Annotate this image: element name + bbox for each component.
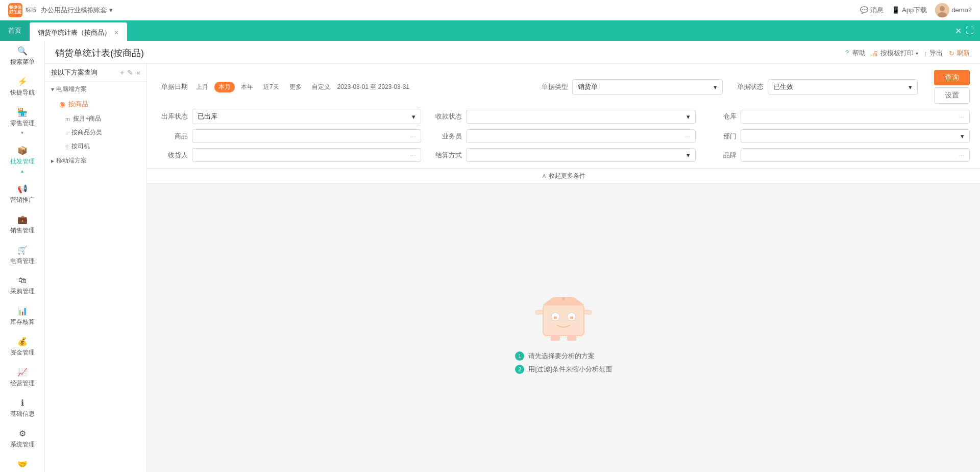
scheme-group-desktop-header[interactable]: ▾ 电脑端方案 (45, 82, 146, 97)
tab-sales-stats-label: 销货单统计表（按商品） (38, 28, 111, 37)
settings-button[interactable]: 设置 (934, 87, 970, 104)
warehouse-control[interactable]: ··· (741, 110, 970, 124)
export-button[interactable]: ↑ 导出 (924, 49, 943, 58)
filter-row-3: 商品 ··· 业务员 ··· (157, 129, 970, 143)
step-2-num: 2 (515, 365, 524, 374)
sidebar-item-quick-nav[interactable]: ⚡ 快捷导航 (0, 72, 44, 102)
wholesale-chevron-icon: ▴ (21, 168, 23, 174)
mobile-group-label: 移动端方案 (56, 156, 87, 165)
scheme-header-title: 按以下方案查询 (51, 68, 97, 77)
scheme-item-by-goods[interactable]: ◉ 按商品 (45, 97, 146, 112)
doc-type-value: 销货单 (578, 82, 598, 91)
refresh-button[interactable]: ↻ 刷新 (949, 49, 970, 58)
tab-bar-actions: ✕ ⛶ (949, 20, 980, 41)
sidebar-item-system[interactable]: ⚙ 系统管理 (0, 423, 44, 454)
date-tab-this-month[interactable]: 本月 (214, 82, 235, 92)
page-title: 销货单统计表(按商品) (55, 47, 144, 59)
date-tab-this-year[interactable]: 本年 (237, 82, 257, 92)
top-bar-left: 畅捷信好生意 标版 办公用品行业模拟账套 ▾ (8, 3, 113, 17)
sidebar-item-sales[interactable]: 💼 销售管理 (0, 209, 44, 240)
scheme-group-mobile-header[interactable]: ▸ 移动端方案 (45, 153, 146, 168)
page-header: 销货单统计表(按商品) ？ 帮助 🖨 按模板打印 ▾ ↑ 导出 ↻ 刷新 (45, 41, 980, 64)
company-name: 办公用品行业模拟账套 (41, 6, 107, 15)
salesman-label: 业务员 (431, 132, 462, 141)
empty-step-2: 2 用[过滤]条件来缩小分析范围 (515, 365, 611, 374)
goods-category-icon: ≡ (65, 130, 68, 136)
logo-subtitle: 标版 (26, 7, 37, 13)
stock-out-label: 出库状态 (157, 112, 188, 121)
finance-icon: 💰 (17, 337, 28, 346)
svg-rect-10 (567, 336, 576, 341)
scheme-collapse-icon[interactable]: « (136, 68, 140, 77)
sidebar-item-finance[interactable]: 💰 资金管理 (0, 332, 44, 362)
logo-text: 畅捷信好生意 (9, 6, 21, 15)
tab-sales-stats[interactable]: 销货单统计表（按商品） ✕ (30, 22, 127, 41)
collection-control[interactable]: ▾ (466, 110, 695, 124)
help-button[interactable]: ？ 帮助 (844, 49, 866, 58)
top-bar-right: 💬 消息 📱 App下载 demo2 (860, 3, 972, 17)
empty-steps: 1 请先选择要分析的方案 2 用[过滤]条件来缩小分析范围 (515, 351, 611, 374)
user-nav-item[interactable]: demo2 (935, 3, 972, 17)
empty-state-illustration (533, 282, 594, 343)
date-tab-custom[interactable]: 自定义 (308, 82, 334, 92)
sidebar-item-label-basic: 基础信息 (10, 410, 35, 418)
query-button[interactable]: 查询 (934, 70, 970, 85)
sidebar-item-label-sales: 销售管理 (10, 226, 35, 235)
enterprise-icon: 🤝 (17, 459, 28, 469)
tab-home[interactable]: 首页 (0, 20, 30, 41)
company-selector[interactable]: 办公用品行业模拟账套 ▾ (41, 6, 113, 15)
scheme-item-by-cashier[interactable]: ≡ 按司机 (45, 139, 146, 153)
empty-step-1: 1 请先选择要分析的方案 (515, 351, 611, 361)
filter-item-goods: 商品 ··· (157, 129, 421, 143)
date-tab-7days[interactable]: 近7天 (259, 82, 283, 92)
desktop-group-label: 电脑端方案 (56, 85, 87, 93)
tab-close-window-icon[interactable]: ✕ (955, 26, 962, 36)
filter-item-date: 单据日期 上月 本月 本年 近7天 更多 自定义 20 (157, 82, 527, 92)
brand-control[interactable]: ··· (741, 148, 970, 162)
tab-maximize-icon[interactable]: ⛶ (966, 26, 974, 35)
doc-type-label: 单据类型 (537, 82, 568, 91)
sidebar-item-operation[interactable]: 📈 经营管理 (0, 362, 44, 393)
robot-svg (533, 282, 594, 343)
goods-control[interactable]: ··· (192, 129, 421, 143)
message-nav-item[interactable]: 💬 消息 (860, 6, 884, 15)
scheme-group-mobile: ▸ 移动端方案 (45, 153, 146, 168)
scheme-item-by-goods-category[interactable]: ≡ 按商品分类 (45, 126, 146, 139)
stock-out-control[interactable]: 已出库 ▾ (192, 109, 421, 124)
scheme-item-by-month-goods[interactable]: m 按月+商品 (45, 112, 146, 126)
doc-status-control[interactable]: 已生效 ▾ (768, 79, 918, 95)
receiver-label: 收货人 (157, 151, 188, 160)
basic-icon: ℹ (21, 398, 24, 408)
collapse-bar[interactable]: ∧ 收起更多条件 (147, 169, 980, 184)
department-label: 部门 (706, 132, 737, 141)
department-control[interactable]: ▾ (741, 129, 970, 143)
sidebar-item-inventory[interactable]: 📊 库存核算 (0, 301, 44, 332)
date-range-value: 2023-03-01 至 2023-03-31 (337, 83, 409, 91)
by-cashier-label: 按司机 (71, 142, 90, 151)
page-actions: ？ 帮助 🖨 按模板打印 ▾ ↑ 导出 ↻ 刷新 (844, 49, 970, 58)
sidebar-item-wholesale[interactable]: 📦 批发管理 ▴ (0, 140, 44, 179)
sidebar-item-basic[interactable]: ℹ 基础信息 (0, 393, 44, 423)
sidebar-item-retail[interactable]: 🏪 零售管理 ▾ (0, 102, 44, 140)
sidebar-item-search-menu[interactable]: 🔍 搜索菜单 (0, 41, 44, 72)
app-download-nav-item[interactable]: 📱 App下载 (892, 6, 927, 15)
scheme-layout: 按以下方案查询 + ✎ « ▾ 电脑端方案 ◉ 按商品 (45, 64, 980, 472)
date-tab-more[interactable]: 更多 (285, 82, 306, 92)
settlement-control[interactable]: ▾ (466, 148, 695, 162)
tab-close-icon[interactable]: ✕ (114, 29, 119, 36)
sidebar-item-enterprise[interactable]: 🤝 企业协同 (0, 454, 44, 472)
sidebar-item-purchase[interactable]: 🛍 采购管理 (0, 271, 44, 301)
scheme-add-icon[interactable]: + (120, 68, 124, 77)
receiver-control[interactable]: ··· (192, 148, 421, 162)
scheme-edit-icon[interactable]: ✎ (127, 68, 133, 77)
svg-rect-11 (535, 310, 543, 314)
doc-type-control[interactable]: 销货单 ▾ (572, 79, 723, 95)
sidebar-item-marketing[interactable]: 📢 营销推广 (0, 179, 44, 209)
filter-item-salesman: 业务员 ··· (431, 129, 695, 143)
salesman-control[interactable]: ··· (466, 129, 695, 143)
date-tab-last-month[interactable]: 上月 (192, 82, 212, 92)
template-print-button[interactable]: 🖨 按模板打印 ▾ (872, 49, 918, 58)
sidebar-item-ecommerce[interactable]: 🛒 电商管理 (0, 240, 44, 271)
warehouse-dots-icon: ··· (959, 113, 964, 121)
retail-chevron-icon: ▾ (21, 130, 23, 135)
